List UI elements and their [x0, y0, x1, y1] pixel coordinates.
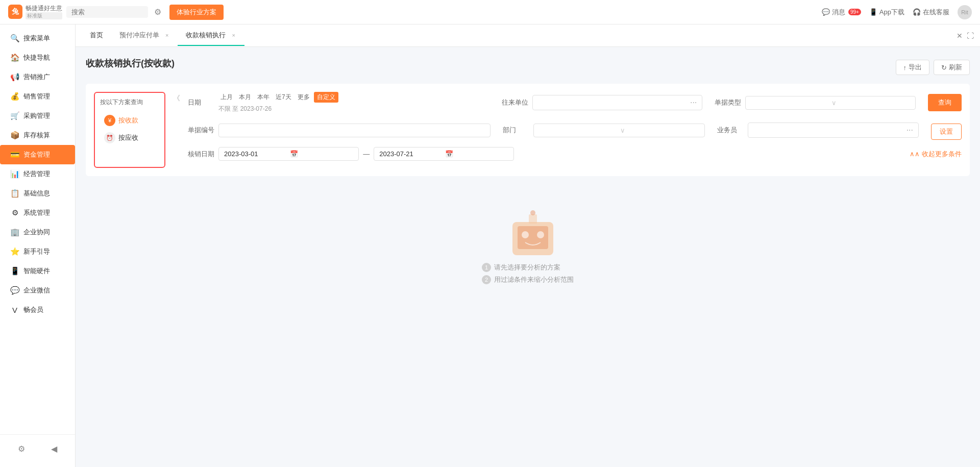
dept-select[interactable]: ∨ [533, 124, 704, 137]
tab-receipt[interactable]: 收款核销执行 × [178, 26, 244, 46]
content-area: 首页 预付冲应付单 × 收款核销执行 × ✕ ⛶ 收款核销执行(按收款) [76, 24, 980, 467]
counterparty-input[interactable]: ··· [532, 95, 703, 110]
sidebar-item-inventory[interactable]: 📦 库存核算 [0, 126, 75, 145]
sidebar-item-member[interactable]: V 畅会员 [0, 300, 75, 319]
sidebar-item-system[interactable]: ⚙ 系统管理 [0, 203, 75, 223]
gear-icon: ⚙ [10, 208, 19, 217]
query-btn[interactable]: 查询 [928, 94, 962, 111]
sidebar-item-label: 销售管理 [23, 92, 50, 101]
more-date-btn[interactable]: 更多 [296, 92, 312, 103]
filter-scheme-sidebar: 按以下方案查询 ¥ 按收款 ⏰ 按应收 [94, 92, 165, 168]
doc-no-input[interactable] [218, 124, 491, 137]
industry-btn[interactable]: 体验行业方案 [169, 5, 224, 20]
filter-panel-wrapper: 按以下方案查询 ¥ 按收款 ⏰ 按应收 《 [86, 84, 970, 176]
sidebar-item-label: 快捷导航 [23, 53, 50, 62]
sidebar-item-guide[interactable]: ⭐ 新手引导 [0, 242, 75, 261]
doc-type-label: 单据类型 [715, 98, 741, 107]
sidebar-item-purchase[interactable]: 🛒 采购管理 [0, 106, 75, 126]
verify-start-input[interactable]: 2023-03-01 📅 [218, 147, 359, 161]
money-icon: 💰 [10, 92, 19, 101]
filter-collapse-btn[interactable]: 《 [172, 94, 182, 103]
sidebar-collapse-btn[interactable]: ◀ [41, 439, 67, 459]
collapse-more-label: 收起更多条件 [922, 150, 962, 159]
sidebar-item-marketing[interactable]: 📢 营销推广 [0, 67, 75, 87]
counterparty-group: 往来单位 ··· [502, 95, 703, 110]
sidebar-item-label: 基础信息 [23, 189, 50, 198]
sidebar-item-label: 搜索菜单 [23, 34, 50, 43]
sidebar-item-business[interactable]: 📊 经营管理 [0, 164, 75, 184]
sidebar: 🔍 搜索菜单 🏠 快捷导航 📢 营销推广 💰 销售管理 🛒 采购管理 📦 库存核… [0, 24, 76, 467]
app-download-label: App下载 [879, 8, 904, 17]
refresh-btn[interactable]: ↻ 刷新 [934, 60, 970, 75]
chart-icon: 📊 [10, 169, 19, 179]
export-label: 导出 [909, 63, 922, 72]
tab-prepay-close[interactable]: × [164, 32, 169, 38]
last-7days-btn[interactable]: 近7天 [274, 92, 293, 103]
sidebar-item-enterprise[interactable]: 🏢 企业协同 [0, 223, 75, 242]
message-icon: 💬 [822, 8, 830, 16]
sidebar-item-wechat[interactable]: 💬 企业微信 [0, 281, 75, 300]
filter-option-by-receipt[interactable]: ¥ 按收款 [100, 112, 159, 129]
sidebar-item-label: 资金管理 [23, 150, 50, 159]
headset-icon: 🎧 [913, 8, 921, 16]
empty-hint-1: 1 请先选择要分析的方案 [482, 263, 574, 272]
dept-label: 部门 [503, 126, 529, 135]
doc-type-select[interactable]: ∨ [745, 96, 916, 110]
cart-icon: 🛒 [10, 111, 19, 120]
sidebar-item-basic-info[interactable]: 📋 基础信息 [0, 184, 75, 203]
chevron-up-icon: ∧∧ [910, 150, 920, 158]
vip-icon: V [10, 306, 19, 314]
sidebar-item-finance[interactable]: 💳 资金管理 [0, 145, 75, 164]
app-download-btn[interactable]: 📱 App下载 [869, 8, 904, 17]
sidebar-item-label: 企业微信 [23, 286, 50, 295]
page-toolbar: ↑ 导出 ↻ 刷新 [896, 60, 970, 75]
search-input[interactable] [66, 6, 148, 18]
wechat-icon: 💬 [10, 286, 19, 295]
hint-num-2: 2 [482, 275, 491, 284]
tab-home[interactable]: 首页 [82, 26, 111, 46]
setting-btn[interactable]: 设置 [931, 124, 962, 140]
filter-panel: 按以下方案查询 ¥ 按收款 ⏰ 按应收 《 [86, 84, 970, 176]
user-avatar[interactable]: Rit [958, 5, 972, 19]
export-btn[interactable]: ↑ 导出 [896, 60, 930, 75]
online-service-btn[interactable]: 🎧 在线客服 [913, 8, 949, 17]
top-bar-right: 💬 消息 99+ 📱 App下载 🎧 在线客服 Rit [822, 5, 972, 19]
message-btn[interactable]: 💬 消息 99+ [822, 8, 861, 17]
sidebar-item-quick-nav[interactable]: 🏠 快捷导航 [0, 48, 75, 67]
card-icon: 💳 [10, 150, 19, 159]
last-month-btn[interactable]: 上月 [218, 92, 235, 103]
filter-form: 日期 上月 本月 本年 近7天 更多 自定义 [188, 92, 962, 168]
sidebar-settings-btn[interactable]: ⚙ [8, 439, 35, 459]
sidebar-item-search-menu[interactable]: 🔍 搜索菜单 [0, 29, 75, 48]
date-separator: — [363, 150, 370, 158]
page-header: 收款核销执行(按收款) ↑ 导出 ↻ 刷新 [86, 57, 970, 78]
tab-prepay[interactable]: 预付冲应付单 × [111, 26, 178, 46]
collapse-more-btn[interactable]: ∧∧ 收起更多条件 [910, 150, 962, 159]
this-month-btn[interactable]: 本月 [237, 92, 253, 103]
counterparty-more-btn[interactable]: ··· [690, 98, 697, 107]
filter-receivable-label: 按应收 [118, 133, 138, 142]
filter-row-1: 日期 上月 本月 本年 近7天 更多 自定义 [188, 92, 962, 113]
staff-input[interactable]: ··· [748, 122, 919, 138]
this-year-btn[interactable]: 本年 [255, 92, 272, 103]
page-content: 收款核销执行(按收款) ↑ 导出 ↻ 刷新 按以 [76, 47, 980, 467]
staff-label: 业务员 [717, 126, 744, 135]
verify-end-input[interactable]: 2023-07-21 📅 [374, 147, 514, 161]
device-icon: 📱 [10, 266, 19, 276]
sidebar-item-sales[interactable]: 💰 销售管理 [0, 87, 75, 106]
filter-option-by-receivable[interactable]: ⏰ 按应收 [100, 129, 159, 146]
staff-more-btn[interactable]: ··· [906, 126, 913, 135]
custom-date-btn[interactable]: 自定义 [314, 92, 338, 103]
box-icon: 📦 [10, 131, 19, 140]
building-icon: 🏢 [10, 228, 19, 237]
sidebar-item-label: 经营管理 [23, 169, 50, 179]
tab-receipt-close[interactable]: × [231, 32, 236, 38]
gear-button[interactable]: ⚙ [154, 7, 161, 17]
megaphone-icon: 📢 [10, 72, 19, 82]
sidebar-item-hardware[interactable]: 📱 智能硬件 [0, 261, 75, 281]
search-icon: 🔍 [10, 34, 19, 43]
tab-close-all-btn[interactable]: ✕ [957, 32, 963, 40]
tab-expand-btn[interactable]: ⛶ [967, 32, 974, 40]
online-service-label: 在线客服 [923, 8, 949, 17]
top-bar: 兔 畅捷通好生意 标准版 ⚙ 体验行业方案 💬 消息 99+ 📱 App下载 🎧… [0, 0, 980, 24]
